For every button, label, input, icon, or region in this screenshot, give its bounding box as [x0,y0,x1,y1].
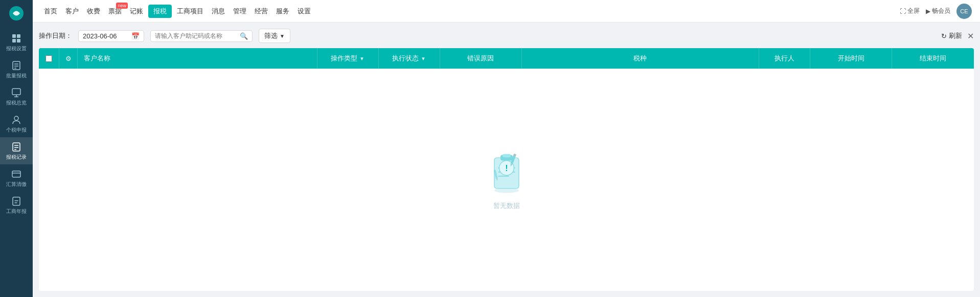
svg-rect-23 [503,154,511,157]
th-checkbox[interactable] [39,48,59,69]
avatar[interactable]: CE [956,4,972,19]
fullscreen-btn[interactable]: ⛶ 全屏 [900,7,920,15]
sidebar-label-tax-overview: 报税总览 [6,100,27,106]
nav-items: 首页客户收费票据new记账报税工商项目消息管理经营服务设置 [41,5,900,18]
empty-state: ! 暂无数据 [39,69,974,291]
calendar-icon: 📅 [131,32,140,40]
sidebar-icon-batch-tax [11,60,22,71]
sidebar-item-personal-tax[interactable]: 个税申报 [0,110,33,137]
refresh-button[interactable]: ↻ 刷新 [941,31,962,40]
close-button[interactable]: ✕ [967,31,974,41]
sidebar-icon-tax-records [11,141,22,153]
gear-icon: ⚙ [65,55,72,62]
page-content: 操作日期： 📅 🔍 筛选 ▼ ↻ 刷新 ✕ [33,23,980,297]
svg-rect-9 [12,89,20,95]
nav-item-billing[interactable]: 收费 [84,5,103,18]
search-box[interactable]: 🔍 [150,30,253,42]
sidebar-label-annual-report: 工商年报 [6,208,27,215]
fullscreen-icon: ⛶ [900,8,906,15]
filter-op-type-icon: ▼ [359,56,364,61]
sidebar-label-tax-settings: 报税设置 [6,46,27,52]
sidebar-icon-settlement [11,168,22,180]
refresh-icon: ↻ [941,32,947,40]
svg-rect-3 [12,39,16,43]
filter-status-icon: ▼ [421,56,426,61]
filter-label: 筛选 [264,31,278,40]
sidebar-item-settlement[interactable]: 汇算清缴 [0,164,33,192]
toolbar-right: ↻ 刷新 ✕ [941,31,974,41]
search-icon: 🔍 [240,32,248,40]
member-btn[interactable]: ▶ 畅会员 [926,7,950,15]
th-start-time: 开始时间 [810,48,892,69]
nav-item-invoice[interactable]: 票据new [105,5,125,18]
svg-text:!: ! [505,164,508,173]
nav-item-message[interactable]: 消息 [209,5,228,18]
sidebar-label-batch-tax: 批量报税 [6,73,27,79]
sidebar-icon-tax-settings [11,33,22,44]
svg-rect-17 [12,171,20,177]
svg-point-12 [14,116,18,120]
chevron-down-icon: ▼ [280,33,285,39]
sidebar-icon-tax-overview [11,87,22,98]
svg-rect-4 [17,39,20,43]
toolbar: 操作日期： 📅 🔍 筛选 ▼ ↻ 刷新 ✕ [39,29,974,43]
table-container: ⚙ 客户名称 操作类型 ▼ 执行状态 ▼ 错误原因 税种 [39,48,974,291]
th-error: 错误原因 [440,48,522,69]
th-name: 客户名称 [78,48,317,69]
sidebar-label-tax-records: 报税记录 [6,154,27,160]
select-all-checkbox[interactable] [45,55,52,62]
svg-rect-1 [12,34,16,38]
empty-text: 暂无数据 [493,201,520,210]
table-header: ⚙ 客户名称 操作类型 ▼ 执行状态 ▼ 错误原因 税种 [39,48,974,69]
date-picker[interactable]: 📅 [78,30,144,42]
sidebar-icon-personal-tax [11,114,22,125]
sidebar: 报税设置 批量报税 报税总览 个税申报 报税记录 汇算清缴 工商年报 [0,0,33,297]
svg-point-20 [494,188,519,193]
topnav: 首页客户收费票据new记账报税工商项目消息管理经营服务设置 ⛶ 全屏 ▶ 畅会员… [33,0,980,23]
sidebar-item-tax-settings[interactable]: 报税设置 [0,29,33,56]
nav-item-business[interactable]: 工商项目 [174,5,207,18]
nav-item-settings[interactable]: 设置 [294,5,314,18]
sidebar-item-tax-overview[interactable]: 报税总览 [0,83,33,110]
topnav-right: ⛶ 全屏 ▶ 畅会员 CE [900,4,972,19]
nav-item-manage[interactable]: 管理 [230,5,249,18]
date-input[interactable] [83,32,129,40]
nav-badge-invoice: new [116,3,128,9]
filter-button[interactable]: 筛选 ▼ [259,29,290,43]
sidebar-icon-annual-report [11,196,22,207]
nav-item-customer[interactable]: 客户 [62,5,82,18]
main-wrapper: 首页客户收费票据new记账报税工商项目消息管理经营服务设置 ⛶ 全屏 ▶ 畅会员… [33,0,980,297]
th-status: 执行状态 ▼ [379,48,440,69]
nav-item-operation[interactable]: 经营 [252,5,271,18]
sidebar-item-annual-report[interactable]: 工商年报 [0,192,33,219]
app-logo[interactable] [7,4,26,23]
nav-item-service[interactable]: 服务 [273,5,292,18]
th-tax: 税种 [522,48,760,69]
th-end-time: 结束时间 [892,48,974,69]
date-label: 操作日期： [39,31,72,40]
sidebar-label-settlement: 汇算清缴 [6,181,27,187]
member-icon: ▶ [926,8,930,15]
empty-illustration: ! [486,149,527,195]
nav-item-home[interactable]: 首页 [41,5,60,18]
nav-item-accounting[interactable]: 记账 [127,5,146,18]
nav-item-tax[interactable]: 报税 [148,5,172,18]
sidebar-label-personal-tax: 个税申报 [6,127,27,133]
svg-rect-2 [17,34,20,38]
svg-rect-19 [13,197,20,205]
th-executor: 执行人 [759,48,810,69]
sidebar-item-tax-records[interactable]: 报税记录 [0,137,33,164]
th-gear[interactable]: ⚙ [59,48,78,69]
sidebar-item-batch-tax[interactable]: 批量报税 [0,56,33,83]
table-body: ! 暂无数据 [39,69,974,291]
th-op-type: 操作类型 ▼ [317,48,379,69]
search-input[interactable] [155,32,237,39]
